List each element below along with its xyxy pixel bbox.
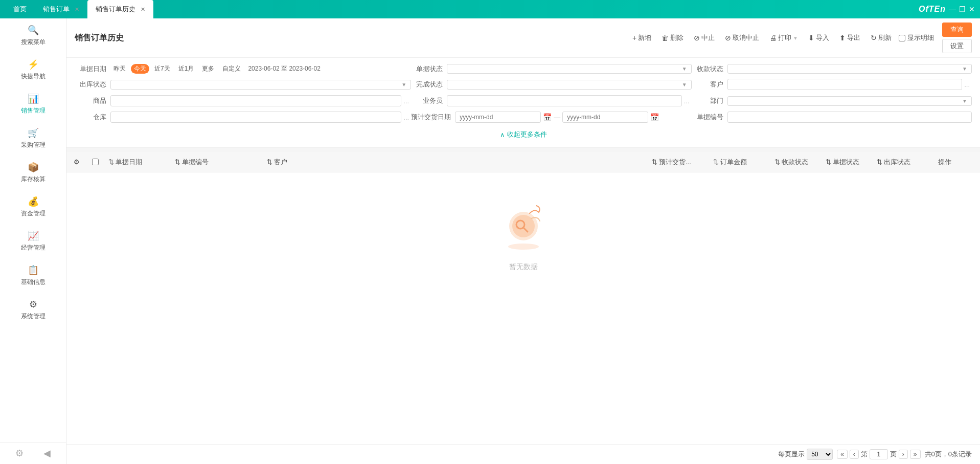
filter-dept: 部门 ▼: [692, 96, 972, 106]
date-badge-1month[interactable]: 近1月: [175, 64, 197, 74]
sidebar-ops-mgmt-label: 经营管理: [21, 244, 45, 252]
page-number-input[interactable]: [870, 449, 888, 459]
sidebar-item-fund-mgmt[interactable]: 💰 资金管理: [0, 190, 66, 224]
sidebar-sys-mgmt-label: 系统管理: [21, 312, 45, 321]
tab-sales-order-history-close[interactable]: ✕: [141, 6, 145, 13]
pay-status-label: 收款状态: [692, 64, 727, 74]
sidebar-purchase-mgmt-label: 采购管理: [21, 141, 45, 149]
delivery-date-from-input[interactable]: [455, 112, 541, 123]
export-icon: ⬆: [839, 34, 846, 42]
sort-icon-date: ⇅: [108, 158, 114, 166]
select-all-checkbox[interactable]: [92, 159, 99, 165]
warehouse-browse-icon[interactable]: ...: [401, 114, 411, 121]
goods-browse-icon[interactable]: ...: [401, 97, 411, 105]
date-badge-3days[interactable]: 今天: [131, 64, 149, 74]
customer-browse-icon[interactable]: ...: [962, 81, 972, 89]
salesperson-input[interactable]: [447, 95, 682, 106]
print-arrow-icon: ▼: [793, 35, 798, 41]
filter-order-status: 单据状态 ▼: [411, 64, 691, 74]
th-delivery[interactable]: ⇅ 预计交货...: [649, 158, 710, 167]
delivery-date-to-calendar-icon[interactable]: 📅: [650, 113, 659, 121]
first-page-button[interactable]: «: [837, 450, 848, 459]
th-out-status[interactable]: ⇅ 出库状态: [874, 158, 935, 167]
last-page-button[interactable]: »: [910, 450, 921, 459]
date-range-dash: —: [554, 114, 560, 121]
sidebar-item-purchase-mgmt[interactable]: 🛒 采购管理: [0, 121, 66, 156]
export-label: 导出: [847, 33, 860, 42]
collapse-row[interactable]: ∧ 收起更多条件: [75, 128, 972, 141]
delete-button[interactable]: 🗑 删除: [658, 31, 687, 45]
th-num[interactable]: ⇅ 单据编号: [172, 158, 264, 167]
th-amount[interactable]: ⇅ 订单金额: [710, 158, 771, 167]
sidebar-item-inventory[interactable]: 📦 库存核算: [0, 156, 66, 190]
date-badge-custom[interactable]: 自定义: [219, 64, 244, 74]
salesperson-browse-icon[interactable]: ...: [682, 97, 692, 105]
complete-status-select[interactable]: ▼: [447, 80, 691, 90]
cancel-stop-button[interactable]: ⊘ 取消中止: [722, 31, 762, 45]
tab-sales-order-close[interactable]: ✕: [75, 6, 79, 13]
tab-sales-order-history[interactable]: 销售订单历史 ✕: [87, 0, 153, 18]
date-badge-more[interactable]: 更多: [199, 64, 217, 74]
sidebar-item-quick-nav[interactable]: ⚡ 快捷导航: [0, 53, 66, 87]
order-no-input[interactable]: [727, 112, 972, 123]
goods-input[interactable]: [110, 95, 401, 106]
th-date[interactable]: ⇅ 单据日期: [105, 158, 172, 167]
fund-mgmt-icon: 💰: [28, 196, 39, 207]
sidebar-item-ops-mgmt[interactable]: 📈 经营管理: [0, 224, 66, 258]
sidebar-item-sales-mgmt[interactable]: 📊 销售管理: [0, 87, 66, 121]
pay-status-select[interactable]: ▼: [727, 64, 972, 74]
customer-input[interactable]: [727, 79, 963, 90]
prev-page-button[interactable]: ‹: [850, 450, 859, 459]
th-gear[interactable]: ⚙: [71, 158, 89, 166]
sidebar-search-menu-label: 搜索菜单: [21, 38, 45, 47]
sidebar-item-search-menu[interactable]: 🔍 搜索菜单: [0, 18, 66, 53]
refresh-button[interactable]: ↻ 刷新: [868, 31, 895, 45]
tab-home[interactable]: 首页: [5, 0, 35, 18]
th-order-status[interactable]: ⇅ 单据状态: [823, 158, 874, 167]
window-minimize-btn[interactable]: —: [949, 5, 956, 13]
filter-goods: 商品 ...: [75, 95, 411, 106]
setting-button[interactable]: 设置: [942, 39, 972, 53]
tab-sales-order[interactable]: 销售订单 ✕: [35, 0, 87, 18]
filter-customer: 客户 ...: [692, 79, 972, 90]
order-status-select[interactable]: ▼: [447, 64, 691, 74]
delivery-date-to-input[interactable]: [562, 112, 648, 123]
sidebar-collapse-icon[interactable]: ◀: [43, 448, 51, 459]
filter-complete-status: 完成状态 ▼: [411, 80, 691, 90]
date-badge-7days[interactable]: 近7天: [151, 64, 173, 74]
stop-icon: ⊘: [694, 34, 700, 42]
import-label: 导入: [816, 33, 829, 42]
sidebar-item-base-info[interactable]: 📋 基础信息: [0, 258, 66, 293]
window-restore-btn[interactable]: ❐: [959, 5, 966, 13]
page-size-select[interactable]: 50 10 20 100: [807, 449, 833, 460]
date-badge-today[interactable]: 昨天: [110, 64, 129, 74]
print-button[interactable]: 🖨 打印 ▼: [766, 31, 801, 45]
warehouse-input[interactable]: [110, 112, 401, 123]
filter-out-status: 出库状态 ▼: [75, 80, 411, 90]
new-button[interactable]: + 新增: [629, 31, 654, 45]
import-button[interactable]: ⬇ 导入: [805, 31, 832, 45]
stop-label: 中止: [701, 33, 715, 42]
empty-illustration: [498, 203, 549, 254]
th-pay-status[interactable]: ⇅ 收款状态: [771, 158, 823, 167]
export-button[interactable]: ⬆ 导出: [836, 31, 863, 45]
svg-point-0: [508, 244, 539, 250]
query-button[interactable]: 查询: [942, 23, 972, 37]
sidebar-settings-icon[interactable]: ⚙: [15, 448, 24, 459]
window-close-btn[interactable]: ✕: [969, 5, 975, 13]
stop-button[interactable]: ⊘ 中止: [691, 31, 718, 45]
th-client[interactable]: ⇅ 客户: [264, 158, 649, 167]
new-label: 新增: [638, 33, 651, 42]
sidebar-item-sys-mgmt[interactable]: ⚙ 系统管理: [0, 293, 66, 327]
next-page-button[interactable]: ›: [899, 450, 908, 459]
display-columns-checkbox[interactable]: [899, 35, 905, 41]
out-status-select[interactable]: ▼: [110, 80, 411, 90]
inventory-icon: 📦: [28, 162, 39, 173]
delivery-date-from-calendar-icon[interactable]: 📅: [543, 113, 552, 121]
refresh-label: 刷新: [878, 33, 892, 42]
cancel-stop-icon: ⊘: [725, 34, 731, 42]
display-columns-checkbox-label[interactable]: 显示明细: [899, 33, 934, 42]
th-check[interactable]: [89, 159, 105, 165]
customer-label: 客户: [692, 80, 727, 89]
dept-select[interactable]: ▼: [727, 96, 972, 106]
